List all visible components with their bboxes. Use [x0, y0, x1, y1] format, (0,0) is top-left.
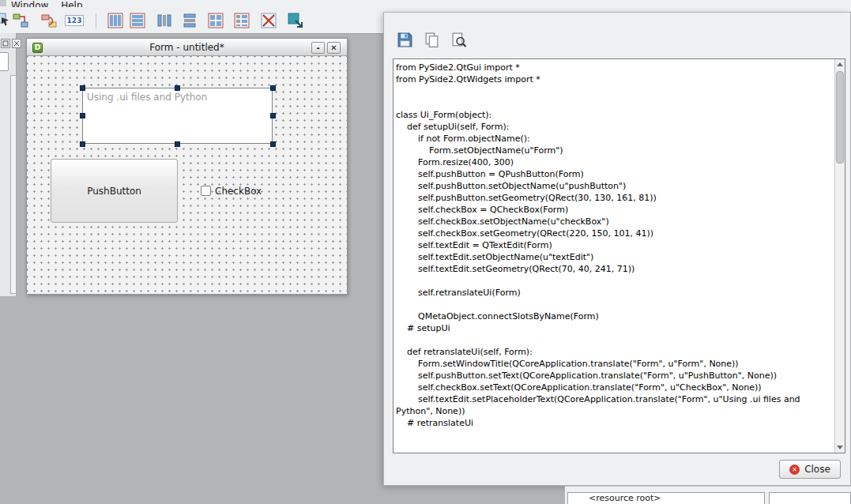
code-line: self.textEdit.setPlaceholderText(QCoreAp…	[396, 393, 833, 417]
code-line: self.checkBox = QCheckBox(Form)	[396, 204, 833, 216]
edit-buddies-icon[interactable]	[40, 11, 58, 30]
form-window-titlebar[interactable]: D Form - untitled* - ✕	[27, 39, 347, 56]
code-preview-dialog: from PySide2.QtGui import *from PySide2.…	[383, 12, 851, 486]
code-view[interactable]: from PySide2.QtGui import *from PySide2.…	[393, 58, 845, 453]
designer-form-icon: D	[32, 43, 43, 53]
code-line: self.textEdit.setGeometry(QRect(70, 40, …	[396, 263, 833, 275]
code-line: self.textEdit = QTextEdit(Form)	[396, 239, 833, 251]
code-line: self.pushButton.setObjectName(u"pushButt…	[396, 180, 833, 192]
app-icon	[0, 0, 6, 6]
menu-bar: Window Help	[0, 0, 851, 7]
code-line: self.retranslateUi(Form)	[396, 287, 833, 299]
menu-window[interactable]: Window	[6, 0, 53, 7]
code-line: # setupUi	[396, 322, 833, 334]
code-lines: from PySide2.QtGui import *from PySide2.…	[393, 59, 834, 453]
adjust-size-icon[interactable]	[286, 11, 305, 30]
code-line: self.checkBox.setObjectName(u"checkBox")	[396, 216, 833, 228]
code-line: self.pushButton = QPushButton(Form)	[396, 168, 833, 180]
checkbox-widget[interactable]: CheckBox	[201, 175, 281, 207]
code-line	[396, 299, 833, 310]
menu-help[interactable]: Help	[56, 0, 87, 7]
selection-handle-bottom-right[interactable]	[270, 141, 276, 147]
code-line	[396, 97, 833, 109]
scroll-down-icon[interactable]	[835, 442, 845, 453]
layout-form-icon[interactable]	[232, 11, 251, 30]
code-line	[396, 275, 833, 287]
code-line: def setupUi(self, Form):	[396, 121, 833, 133]
resource-root-item[interactable]: <resource root>	[567, 492, 765, 504]
layout-horizontal-icon[interactable]	[106, 11, 125, 30]
copy-icon[interactable]	[422, 30, 441, 49]
break-layout-icon[interactable]	[259, 11, 278, 30]
find-icon[interactable]	[449, 30, 468, 49]
code-scrollbar[interactable]	[834, 59, 845, 453]
selection-handle-top-center[interactable]	[175, 85, 180, 91]
code-line: self.checkBox.setText(QCoreApplication.t…	[396, 382, 833, 393]
code-line: Form.setWindowTitle(QCoreApplication.tra…	[396, 358, 833, 370]
minimize-button[interactable]: -	[311, 42, 325, 54]
code-line: Form.setObjectName(u"Form")	[396, 145, 833, 156]
widget-filter-input[interactable]	[0, 52, 9, 71]
code-line: class Ui_Form(object):	[396, 109, 833, 121]
qt-designer-screen: Window Help 123	[0, 0, 851, 504]
selection-handle-top-left[interactable]	[80, 85, 85, 91]
code-line: QMetaObject.connectSlotsByName(Form)	[396, 310, 833, 322]
form-designer-window: D Form - untitled* - ✕ Using .ui files a…	[26, 38, 348, 295]
selection-handle-bottom-center[interactable]	[175, 141, 180, 147]
code-line: self.pushButton.setGeometry(QRect(30, 13…	[396, 192, 833, 204]
layout-splitter-vertical-icon[interactable]	[180, 11, 199, 30]
pushbutton-widget[interactable]: PushButton	[51, 159, 178, 223]
layout-vertical-icon[interactable]	[128, 11, 147, 30]
code-line: self.checkBox.setGeometry(QRect(220, 150…	[396, 228, 833, 239]
code-line: if not Form.objectName():	[396, 133, 833, 145]
dock-float-icon[interactable]	[1, 39, 10, 48]
form-window-title: Form - untitled*	[27, 42, 347, 53]
code-line	[396, 334, 833, 346]
selection-handle-bottom-left[interactable]	[80, 141, 85, 147]
code-line: # retranslateUi	[396, 417, 833, 429]
textedit-placeholder: Using .ui files and Python	[87, 92, 207, 103]
code-line	[396, 85, 833, 97]
resource-browser-window: <resource root>	[565, 486, 851, 504]
code-line: from PySide2.QtWidgets import *	[396, 73, 833, 85]
code-line: self.textEdit.setObjectName(u"textEdit")	[396, 251, 833, 263]
textedit-widget[interactable]: Using .ui files and Python	[82, 88, 273, 144]
dialog-close-button[interactable]: ✕ Close	[779, 460, 841, 479]
scroll-up-icon[interactable]	[835, 59, 845, 70]
code-dialog-toolbar	[395, 30, 468, 54]
code-line: Form.resize(400, 300)	[396, 156, 833, 168]
save-icon[interactable]	[395, 30, 414, 49]
edit-signals-slots-icon[interactable]	[11, 11, 30, 30]
edit-tab-order-icon[interactable]: 123	[65, 11, 84, 30]
resource-side-panel[interactable]	[769, 492, 851, 504]
selection-handle-mid-right[interactable]	[270, 113, 276, 118]
code-line: self.pushButton.setText(QCoreApplication…	[396, 370, 833, 382]
close-icon: ✕	[789, 465, 800, 475]
close-button-label: Close	[804, 464, 830, 475]
widget-box-scrollbar[interactable]	[10, 75, 17, 294]
code-line: def retranslateUi(self, Form):	[396, 346, 833, 358]
window-close-button[interactable]: ✕	[327, 42, 341, 54]
checkbox-label: CheckBox	[215, 186, 262, 197]
form-canvas[interactable]: Using .ui files and Python PushButton Ch…	[27, 56, 347, 294]
layout-grid-icon[interactable]	[206, 11, 225, 30]
dock-close-icon[interactable]	[12, 39, 21, 48]
scrollbar-thumb[interactable]	[836, 71, 844, 164]
layout-splitter-horizontal-icon[interactable]	[155, 11, 174, 30]
resource-root-label: <resource root>	[589, 493, 661, 503]
code-line: from PySide2.QtGui import *	[396, 62, 833, 73]
selection-handle-top-right[interactable]	[270, 85, 276, 91]
toolbar-separator	[96, 13, 96, 28]
selection-handle-mid-left[interactable]	[80, 113, 85, 118]
checkbox-indicator[interactable]	[201, 186, 211, 196]
